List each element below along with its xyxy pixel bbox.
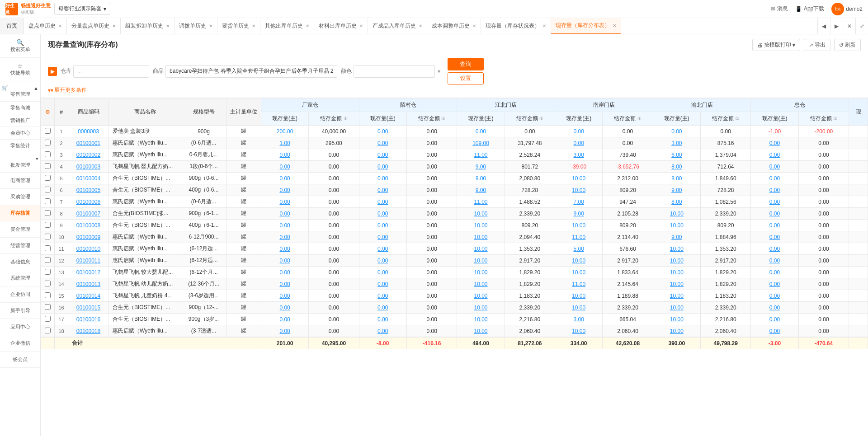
tab-chanchengru[interactable]: 产成品入库单历史 ✕ [368,18,427,34]
row-namd-qty[interactable]: 10.00 [555,267,603,278]
tab-xiancunliangfenbiao[interactable]: 现存量（库存分布表） ✕ [551,18,621,34]
row-zc-qty[interactable]: 0.00 [751,220,798,231]
row-namd-qty[interactable]: 10.00 [555,302,603,314]
info-icon[interactable]: ① [833,116,837,121]
row-checkbox[interactable] [41,231,55,243]
row-mcc-qty[interactable]: 0.00 [359,325,406,338]
tab-close-icon[interactable]: ✕ [472,23,476,28]
row-ybmd-qty[interactable]: 9.00 [653,231,700,243]
row-jbmd-qty[interactable]: 9.00 [457,184,505,196]
info-icon[interactable]: ① [344,116,348,121]
row-mcc-qty[interactable]: 0.00 [359,278,406,290]
tab-close-icon[interactable]: ✕ [166,23,170,28]
row-mcc-qty[interactable]: 0.00 [359,173,406,184]
row-ckj-qty[interactable]: 0.00 [261,278,309,290]
row-namd-qty[interactable]: -39.00 [555,161,603,173]
row-checkbox[interactable] [41,314,55,325]
row-jbmd-qty[interactable]: 11.00 [457,196,505,208]
row-code[interactable]: 00100006 [68,196,109,208]
row-zc-qty[interactable]: 0.00 [751,137,798,149]
row-checkbox[interactable] [41,220,55,231]
row-ybmd-qty[interactable]: 3.00 [653,137,700,149]
tab-close-icon[interactable]: ✕ [58,23,62,28]
row-mcc-qty[interactable]: 0.00 [359,161,406,173]
row-mcc-qty[interactable]: 0.00 [359,137,406,149]
row-code[interactable]: 00100005 [68,184,109,196]
row-jbmd-qty[interactable]: 10.00 [457,290,505,302]
row-ybmd-qty[interactable]: 10.00 [653,325,700,338]
row-zc-qty[interactable]: 0.00 [751,149,798,161]
message-btn[interactable]: ✉ 消息 [771,5,788,13]
row-ckj-qty[interactable]: 200.00 [261,126,309,137]
sidebar-item-apps[interactable]: 应用中心 [0,319,40,335]
row-code[interactable]: 00100007 [68,208,109,220]
row-checkbox[interactable] [41,196,55,208]
tab-chengben[interactable]: 成本调整单历史 ✕ [427,18,481,34]
row-jbmd-qty[interactable]: 10.00 [457,231,505,243]
row-code[interactable]: 00100009 [68,231,109,243]
row-ybmd-qty[interactable]: 10.00 [653,208,700,220]
row-mcc-qty[interactable]: 0.00 [359,184,406,196]
row-mcc-qty[interactable]: 0.00 [359,302,406,314]
row-ybmd-qty[interactable]: 10.00 [653,290,700,302]
row-ckj-qty[interactable]: 1.00 [261,137,309,149]
row-zc-qty[interactable]: 0.00 [751,314,798,325]
sidebar-item-quicknav[interactable]: ☆ 快捷导航 [0,58,40,81]
row-jbmd-qty[interactable]: 0.00 [457,126,505,137]
tab-next-btn[interactable]: ▶ [830,18,843,34]
sidebar-item-retail-stats[interactable]: 零售统计 [0,140,40,152]
tab-cailiaochuku[interactable]: 材料出库单历史 ✕ [314,18,368,34]
row-namd-qty[interactable]: 10.00 [555,184,603,196]
row-checkbox[interactable] [41,173,55,184]
collapse-btn[interactable]: ▶ [48,67,57,76]
row-ybmd-qty[interactable]: 10.00 [653,302,700,314]
row-ckj-qty[interactable]: 0.00 [261,302,309,314]
user-menu[interactable]: Ea demo2 [831,3,863,15]
row-jbmd-qty[interactable]: 11.00 [457,149,505,161]
row-namd-qty[interactable]: 3.00 [555,149,603,161]
tab-close-icon[interactable]: ✕ [209,23,212,28]
row-mcc-qty[interactable]: 0.00 [359,126,406,137]
row-namd-qty[interactable]: 5.00 [555,243,603,255]
row-zc-qty[interactable]: 0.00 [751,278,798,290]
row-ckj-qty[interactable]: 0.00 [261,184,309,196]
row-namd-qty[interactable]: 10.00 [555,255,603,267]
tab-close-icon[interactable]: ✕ [252,23,255,28]
row-checkbox[interactable] [41,161,55,173]
row-ckj-qty[interactable]: 0.00 [261,231,309,243]
row-ckj-qty[interactable]: 0.00 [261,149,309,161]
row-ckj-qty[interactable]: 0.00 [261,173,309,184]
row-ybmd-qty[interactable]: 10.00 [653,278,700,290]
refresh-btn[interactable]: ↺ 刷新 [834,39,861,51]
row-ckj-qty[interactable]: 0.00 [261,196,309,208]
gear-icon[interactable]: ⚙ [45,109,50,115]
row-mcc-qty[interactable]: 0.00 [359,290,406,302]
print-btn[interactable]: 🖨 按模版打印 ▾ [752,39,800,51]
tab-close-all-btn[interactable]: ✕ [843,18,855,34]
tab-close-icon[interactable]: ✕ [542,23,546,28]
row-code[interactable]: 00100015 [68,302,109,314]
row-namd-qty[interactable]: 10.00 [555,290,603,302]
row-zc-qty[interactable]: 0.00 [751,208,798,220]
row-ckj-qty[interactable]: 0.00 [261,208,309,220]
sidebar-item-retail-shop[interactable]: 零售商城 [0,102,40,114]
tab-close-icon[interactable]: ✕ [613,23,616,28]
row-mcc-qty[interactable]: 0.00 [359,243,406,255]
row-zc-qty[interactable]: 0.00 [751,267,798,278]
export-btn[interactable]: ↗ 导出 [804,39,830,51]
sidebar-item-marketing[interactable]: 营销推广 [0,114,40,127]
row-namd-qty[interactable]: 11.00 [555,231,603,243]
row-ybmd-qty[interactable]: 10.00 [653,220,700,231]
row-checkbox[interactable] [41,184,55,196]
row-code[interactable]: 00100003 [68,161,109,173]
sidebar-item-basic[interactable]: 基础信息 [0,254,40,270]
row-zc-qty[interactable]: 0.00 [751,173,798,184]
row-ckj-qty[interactable]: 0.00 [261,314,309,325]
row-jbmd-qty[interactable]: 10.00 [457,208,505,220]
row-code[interactable]: 00100018 [68,325,109,338]
row-checkbox[interactable] [41,243,55,255]
row-code[interactable]: 00100013 [68,278,109,290]
row-code[interactable]: 00100002 [68,149,109,161]
row-namd-qty[interactable]: 0.00 [555,126,603,137]
row-zc-qty[interactable]: 0.00 [751,302,798,314]
